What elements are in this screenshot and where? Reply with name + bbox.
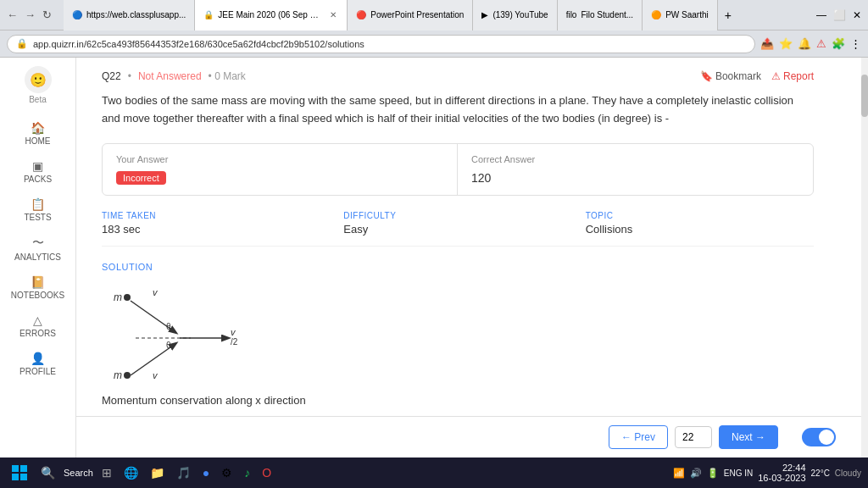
profile-icon: 👤 (31, 352, 45, 365)
settings-icon[interactable]: ⋮ (850, 37, 861, 50)
correct-answer-column: Correct Answer 120 (458, 144, 813, 195)
notebooks-icon: 📔 (31, 275, 45, 289)
tab-classplusapp[interactable]: 🔵 https://web.classplusapp... (64, 0, 195, 30)
topic-value: Collisions (586, 223, 814, 236)
page-select[interactable]: 22 (675, 426, 712, 448)
svg-text:v: v (153, 370, 159, 380)
browser-nav-controls[interactable]: ← → ↻ (7, 8, 52, 21)
question-header: Q22 • Not Answered • 0 Mark 🔖 Bookmark ⚠… (102, 70, 814, 82)
svg-rect-14 (12, 465, 19, 472)
toggle-switch[interactable] (802, 428, 836, 446)
sidebar-analytics-label: ANALYTICS (14, 252, 61, 262)
question-meta: Q22 • Not Answered • 0 Mark (102, 70, 246, 82)
svg-text:m: m (114, 369, 122, 381)
sidebar-item-home[interactable]: 🏠 HOME (4, 116, 72, 151)
search-label[interactable]: Search (64, 468, 93, 478)
windows-logo-icon (12, 465, 27, 480)
your-answer-column: Your Answer Incorrect (103, 144, 458, 195)
svg-text:v: v (231, 327, 236, 337)
toggle-knob (819, 430, 834, 445)
time-taken-stat: TIME TAKEN 183 sec (102, 211, 330, 236)
minimize-button[interactable]: — (816, 9, 826, 21)
forward-button[interactable]: → (25, 8, 36, 21)
logo-label: Beta (29, 95, 47, 104)
tab-filo[interactable]: filo Filo Student... (558, 0, 643, 30)
extension-icon[interactable]: 🧩 (832, 37, 845, 50)
chrome-icon[interactable]: ● (199, 464, 213, 481)
taskview-icon[interactable]: ⊞ (98, 464, 115, 481)
warning-icon: ⚠ (816, 37, 826, 50)
svg-rect-15 (20, 465, 27, 472)
navigation-bar: ← Prev 22 Next → (76, 416, 861, 458)
svg-point-0 (124, 294, 131, 301)
media-icon[interactable]: 🎵 (173, 464, 194, 481)
tab-powerpoint[interactable]: 🔴 PowerPoint Presentation (348, 0, 473, 30)
browser-taskbar-icon[interactable]: 🌐 (120, 464, 142, 481)
back-button[interactable]: ← (7, 8, 18, 21)
spotify-icon[interactable]: ♪ (241, 464, 253, 481)
svg-text:θ: θ (166, 322, 171, 331)
sidebar-item-tests[interactable]: 📋 TESTS (4, 192, 72, 227)
address-bar-row: 🔒 app.quizrr.in/62c5ca493f85644353f2e168… (0, 30, 868, 58)
scrollbar-thumb[interactable] (861, 75, 868, 117)
wifi-icon[interactable]: 📶 (673, 468, 685, 479)
tab-close-icon[interactable]: ✕ (328, 10, 338, 19)
bookmark-star-icon[interactable]: ⭐ (779, 37, 793, 50)
report-icon: ⚠ (771, 70, 781, 82)
difficulty-value: Easy (343, 223, 571, 236)
next-button[interactable]: Next → (719, 425, 778, 449)
time-display: 22:44 (758, 463, 805, 473)
clock: 22:44 16-03-2023 (758, 463, 805, 483)
share-icon[interactable]: 📤 (760, 37, 774, 50)
packs-icon: ▣ (32, 159, 43, 173)
sidebar: 🙂 Beta 🏠 HOME ▣ PACKS 📋 TESTS 〜 ANALYTIC… (0, 58, 76, 458)
app-logo: 🙂 Beta (25, 66, 52, 104)
maximize-button[interactable]: ⬜ (833, 9, 846, 21)
volume-icon[interactable]: 🔊 (690, 468, 702, 479)
tab-youtube[interactable]: ▶ (139) YouTube (473, 0, 557, 30)
collision-diagram: m v θ θ (102, 280, 271, 382)
address-bar[interactable]: 🔒 app.quizrr.in/62c5ca493f85644353f2e168… (7, 35, 755, 53)
sidebar-item-analytics[interactable]: 〜 ANALYTICS (4, 230, 72, 267)
sidebar-home-label: HOME (25, 136, 51, 146)
tab-jee-main[interactable]: 🔒 JEE Main 2020 (06 Sep Shift ... ✕ (195, 0, 348, 30)
question-actions: 🔖 Bookmark ⚠ Report (700, 70, 814, 82)
scrollbar-track[interactable] (861, 58, 868, 458)
bookmark-button[interactable]: 🔖 Bookmark (700, 70, 761, 82)
analytics-icon: 〜 (32, 236, 44, 251)
sidebar-item-packs[interactable]: ▣ PACKS (4, 154, 72, 189)
weather-temp: 22°C (811, 469, 830, 478)
opera-icon[interactable]: O (259, 464, 275, 481)
sidebar-item-errors[interactable]: △ ERRORS (4, 308, 72, 343)
momentum-conservation-text: Momentum conservation along x direction (102, 394, 814, 407)
notification-icon[interactable]: 🔔 (798, 37, 811, 50)
taskbar: 🔍 Search ⊞ 🌐 📁 🎵 ● ⚙ ♪ O 📶 🔊 🔋 ENG IN 22… (0, 458, 868, 488)
system-tray: 📶 🔊 🔋 ENG IN 22:44 16-03-2023 22°C Cloud… (673, 463, 861, 483)
settings-taskbar-icon[interactable]: ⚙ (218, 464, 236, 481)
content-inner: Q22 • Not Answered • 0 Mark 🔖 Bookmark ⚠… (76, 58, 839, 458)
sidebar-item-profile[interactable]: 👤 PROFILE (4, 347, 72, 381)
solution-label: SOLUTION (102, 262, 814, 272)
logo-icon: 🙂 (25, 66, 52, 93)
time-taken-value: 183 sec (102, 223, 330, 236)
taskbar-left: 🔍 Search ⊞ 🌐 📁 🎵 ● ⚙ ♪ O (7, 463, 275, 483)
sidebar-item-notebooks[interactable]: 📔 NOTEBOOKS (4, 270, 72, 305)
question-text: Two bodies of the same mass are moving w… (102, 92, 814, 128)
search-taskbar-icon[interactable]: 🔍 (37, 464, 58, 481)
new-tab-button[interactable]: + (718, 0, 738, 30)
browser-tabs: 🔵 https://web.classplusapp... 🔒 JEE Main… (64, 0, 861, 30)
svg-text:v: v (153, 287, 159, 297)
sidebar-errors-label: ERRORS (19, 329, 56, 338)
close-window-button[interactable]: ✕ (853, 9, 861, 21)
start-button[interactable] (7, 463, 32, 483)
files-icon[interactable]: 📁 (147, 464, 168, 481)
weather-desc: Cloudy (835, 469, 861, 478)
bookmark-label: Bookmark (715, 70, 761, 82)
language-indicator: ENG IN (724, 469, 753, 478)
prev-button[interactable]: ← Prev (609, 425, 668, 449)
svg-text:/2: /2 (231, 337, 238, 347)
reload-button[interactable]: ↻ (42, 8, 52, 21)
report-button[interactable]: ⚠ Report (771, 70, 814, 82)
stats-row: TIME TAKEN 183 sec DIFFICULTY Easy TOPIC… (102, 211, 814, 247)
tab-pw[interactable]: 🟠 PW Saarthi (643, 0, 718, 30)
